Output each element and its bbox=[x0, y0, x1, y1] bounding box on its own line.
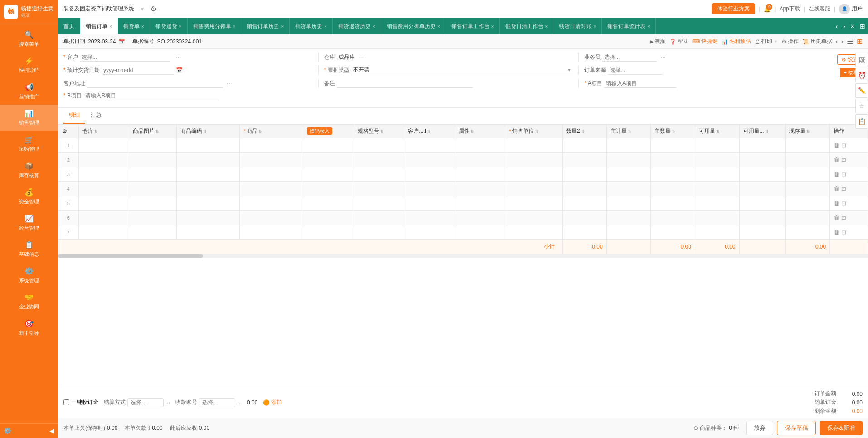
discard-btn[interactable]: 放弃 bbox=[746, 421, 773, 435]
tab-sales-return-history[interactable]: 销货单历史 × bbox=[290, 18, 333, 34]
sidebar-item-purchase[interactable]: 🛒 采购管理 bbox=[0, 131, 58, 157]
tab-close-stats[interactable]: × bbox=[647, 24, 650, 29]
tab-sales-order-workbench[interactable]: 销售订单工作台 × bbox=[446, 18, 500, 34]
sidebar-item-newbie[interactable]: 🎯 新手引导 bbox=[0, 315, 58, 341]
tab-sales-order[interactable]: 销售订单 × bbox=[80, 18, 118, 34]
tab-close-sales-order[interactable]: × bbox=[109, 24, 112, 29]
shortcut-btn[interactable]: ⌨ 快捷键 bbox=[692, 38, 718, 45]
online-service-link[interactable]: 在线客服 bbox=[809, 5, 830, 13]
row-copy-btn-5[interactable]: ⊡ bbox=[841, 200, 846, 207]
sidebar-item-system[interactable]: ⚙️ 系统管理 bbox=[0, 262, 58, 289]
sidebar-item-marketing[interactable]: 📢 营销推广 bbox=[0, 78, 58, 105]
b-project-input[interactable] bbox=[83, 91, 219, 100]
tab-cash-daily-workbench[interactable]: 钱货日清工作台 × bbox=[500, 18, 554, 34]
row-delete-btn-1[interactable]: 🗑 bbox=[834, 142, 839, 149]
tab-menu-btn[interactable]: ⊞ bbox=[857, 23, 868, 30]
row-delete-btn-6[interactable]: 🗑 bbox=[834, 214, 839, 221]
staff-input[interactable] bbox=[602, 53, 657, 62]
row-delete-btn-2[interactable]: 🗑 bbox=[834, 156, 839, 163]
tab-sales-expense-history[interactable]: 销售费用分摊单历史 × bbox=[381, 18, 446, 34]
warehouse-more-icon[interactable]: ··· bbox=[359, 53, 364, 61]
th-current-qty[interactable]: 现存量⇅ bbox=[786, 125, 830, 138]
system-dropdown[interactable]: ▼ bbox=[140, 6, 145, 12]
tab-close-return-history[interactable]: × bbox=[324, 24, 327, 29]
add-payment-btn[interactable]: 🟠 添加 bbox=[263, 399, 282, 406]
save-draft-btn[interactable]: 保存草稿 bbox=[777, 421, 816, 435]
toolbar-next-icon[interactable]: › bbox=[841, 39, 843, 45]
help-btn[interactable]: ❓ 帮助 bbox=[669, 38, 689, 45]
remark-input[interactable] bbox=[337, 79, 473, 88]
tab-close-sales-return[interactable]: × bbox=[141, 24, 144, 29]
notification-icon[interactable]: 🔔 9 bbox=[764, 5, 771, 13]
tab-cash-daily-reconcile[interactable]: 钱货日清对账 × bbox=[553, 18, 602, 34]
row-delete-btn-5[interactable]: 🗑 bbox=[834, 200, 839, 207]
profit-btn[interactable]: 📊 毛利预估 bbox=[721, 38, 751, 45]
tab-sales-refund-history[interactable]: 销货退货历史 × bbox=[333, 18, 381, 34]
horizontal-scrollbar[interactable] bbox=[58, 254, 868, 258]
staff-more-icon[interactable]: ··· bbox=[660, 53, 666, 61]
account-input[interactable] bbox=[199, 398, 235, 407]
app-download-link[interactable]: App下载 bbox=[779, 5, 800, 13]
delivery-date-input[interactable] bbox=[102, 66, 174, 75]
row-delete-btn-3[interactable]: 🗑 bbox=[834, 171, 839, 178]
row-copy-btn-3[interactable]: ⊡ bbox=[841, 171, 846, 178]
right-panel-star-btn[interactable]: ☆ bbox=[855, 99, 868, 113]
th-main-unit[interactable]: 主计量⇅ bbox=[606, 125, 651, 138]
tab-sales-order-stats[interactable]: 销售订单统计表 × bbox=[602, 18, 656, 34]
tab-next-btn[interactable]: › bbox=[840, 23, 848, 30]
scan-btn[interactable]: 扫码录入 bbox=[307, 127, 332, 135]
th-settings[interactable]: ⚙ bbox=[58, 125, 79, 138]
payment-method-more-icon[interactable]: ··· bbox=[165, 399, 170, 406]
th-available-qty2[interactable]: 可用量...⇅ bbox=[739, 125, 786, 138]
right-panel-edit-btn[interactable]: ✏️ bbox=[855, 83, 868, 98]
th-main-qty[interactable]: 主数量⇅ bbox=[651, 125, 695, 138]
th-available-qty[interactable]: 可用量⇅ bbox=[695, 125, 739, 138]
tab-close-order-history[interactable]: × bbox=[281, 24, 284, 29]
subtab-summary[interactable]: 汇总 bbox=[85, 108, 107, 124]
sidebar-item-quicknav[interactable]: ⚡ 快捷导航 bbox=[0, 52, 58, 78]
th-spec-type[interactable]: 规格型号⇅ bbox=[354, 125, 404, 138]
grid-layout-btn[interactable]: ⊞ bbox=[857, 37, 863, 46]
topbar-settings-icon[interactable]: ⚙ bbox=[150, 5, 157, 13]
sidebar-item-operations[interactable]: 📈 经营管理 bbox=[0, 210, 58, 236]
tab-close-sales-refund[interactable]: × bbox=[179, 24, 182, 29]
order-source-input[interactable] bbox=[608, 66, 662, 75]
tab-prev-btn[interactable]: ‹ bbox=[833, 23, 840, 30]
tab-close-all-btn[interactable]: × bbox=[848, 23, 857, 30]
sidebar-item-sales[interactable]: 📊 销售管理 bbox=[0, 105, 58, 131]
address-more-icon[interactable]: ··· bbox=[227, 80, 232, 87]
row-copy-btn-4[interactable]: ⊡ bbox=[841, 185, 846, 192]
th-product-code[interactable]: 商品编码⇅ bbox=[176, 125, 240, 138]
sidebar-item-search[interactable]: 🔍 搜索菜单 bbox=[0, 26, 58, 52]
customer-input[interactable] bbox=[80, 53, 170, 62]
history-btn[interactable]: 📜 历史单据 bbox=[802, 38, 832, 45]
quick-payment-check[interactable] bbox=[63, 399, 69, 405]
th-scan-input[interactable]: 扫码录入 bbox=[303, 125, 354, 138]
quick-payment-checkbox[interactable]: 一键收订金 bbox=[63, 399, 98, 406]
row-copy-btn-1[interactable]: ⊡ bbox=[841, 142, 846, 149]
customer-address-input[interactable] bbox=[87, 79, 223, 88]
th-qty2[interactable]: 数量2⇅ bbox=[562, 125, 606, 138]
user-menu[interactable]: 👤 用户 bbox=[839, 4, 863, 14]
tab-close-refund-history[interactable]: × bbox=[373, 24, 375, 29]
tab-close-cash-reconcile[interactable]: × bbox=[593, 24, 596, 29]
row-copy-btn-2[interactable]: ⊡ bbox=[841, 156, 846, 163]
row-copy-btn-7[interactable]: ⊡ bbox=[841, 229, 846, 236]
tab-sales-refund[interactable]: 销货退货 × bbox=[150, 18, 188, 34]
tab-sales-return[interactable]: 销货单 × bbox=[118, 18, 150, 34]
customer-more-icon[interactable]: ··· bbox=[174, 53, 179, 61]
sidebar-item-enterprise[interactable]: 🤝 企业协同 bbox=[0, 289, 58, 315]
tab-close-expense-history[interactable]: × bbox=[437, 24, 440, 29]
print-btn[interactable]: 🖨 打印 ▼ bbox=[755, 38, 778, 45]
row-copy-btn-6[interactable]: ⊡ bbox=[841, 214, 846, 221]
view-btn[interactable]: ▶ 视频 bbox=[650, 38, 666, 45]
row-delete-btn-4[interactable]: 🗑 bbox=[834, 185, 839, 192]
th-customer-code[interactable]: 客户...ℹ⇅ bbox=[404, 125, 455, 138]
subtab-detail[interactable]: 明细 bbox=[63, 108, 85, 124]
calendar-icon[interactable]: 📅 bbox=[118, 39, 125, 45]
th-product-image[interactable]: 商品图片⇅ bbox=[129, 125, 177, 138]
list-layout-btn[interactable]: ☰ bbox=[847, 37, 853, 46]
payment-method-input[interactable] bbox=[127, 398, 164, 407]
row-delete-btn-7[interactable]: 🗑 bbox=[834, 229, 839, 236]
settings-bottom-icon[interactable]: ⚙️ bbox=[4, 427, 11, 434]
